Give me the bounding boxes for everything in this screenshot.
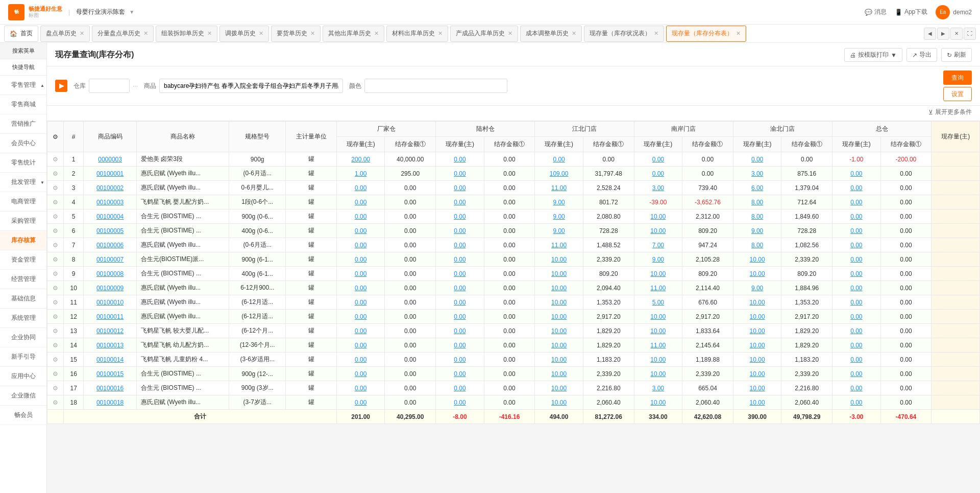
row-lucun-qty[interactable]: 0.00 (436, 353, 484, 367)
row-zongc-qty[interactable]: 0.00 (832, 238, 881, 252)
sidebar-item-purchase[interactable]: 采购管理 (0, 212, 46, 231)
row-yubei-qty[interactable]: 10.00 (733, 267, 781, 281)
sidebar-item-retail-stats[interactable]: 零售统计 (0, 153, 46, 173)
row-changj-qty[interactable]: 0.00 (336, 353, 385, 367)
row-gear[interactable]: ⚙ (47, 381, 64, 395)
row-gear[interactable]: ⚙ (47, 252, 64, 267)
tab-close-icon[interactable]: ✕ (374, 30, 379, 37)
tab-cost-adjust[interactable]: 成本调整单历史 ✕ (520, 26, 582, 42)
row-jiangbei-qty[interactable]: 9.00 (535, 209, 583, 224)
row-code[interactable]: 00100006 (84, 238, 137, 252)
sidebar-item-retail-mgmt[interactable]: 零售管理 (0, 76, 46, 95)
row-changj-qty[interactable]: 0.00 (336, 252, 385, 267)
row-changj-qty[interactable]: 0.00 (336, 381, 385, 395)
row-code[interactable]: 00100002 (84, 181, 137, 195)
sidebar-item-retail-mall[interactable]: 零售商城 (0, 95, 46, 114)
tab-stock-history[interactable]: 盘点单历史 ✕ (40, 26, 90, 42)
settings-btn[interactable]: 设置 (943, 87, 972, 101)
row-code[interactable]: 00100008 (84, 267, 137, 281)
row-nanan-qty[interactable]: 10.00 (634, 267, 682, 281)
sidebar-item-guide[interactable]: 新手引导 (0, 347, 46, 367)
row-code[interactable]: 00100018 (84, 395, 137, 410)
row-zongc-qty[interactable]: 0.00 (832, 252, 881, 267)
row-zongc-qty[interactable]: 0.00 (832, 324, 881, 338)
row-changj-qty[interactable]: 0.00 (336, 281, 385, 295)
row-code[interactable]: 00100001 (84, 167, 137, 181)
nav-expand-btn[interactable]: ⛶ (964, 28, 976, 40)
row-yubei-qty[interactable]: 10.00 (733, 338, 781, 353)
sidebar-item-member2[interactable]: 畅会员 (0, 406, 46, 425)
row-gear[interactable]: ⚙ (47, 167, 64, 181)
row-code[interactable]: 00100003 (84, 195, 137, 209)
row-lucun-qty[interactable]: 0.00 (436, 367, 484, 381)
row-changj-qty[interactable]: 0.00 (336, 267, 385, 281)
warehouse-input[interactable] (89, 79, 130, 93)
app-download-btn[interactable]: 📱 App下载 (895, 8, 927, 16)
row-code[interactable]: 00100009 (84, 281, 137, 295)
tab-close-icon[interactable]: ✕ (572, 30, 576, 37)
row-zongc-qty[interactable]: 0.00 (832, 295, 881, 310)
row-jiangbei-qty[interactable]: 11.00 (535, 181, 583, 195)
tab-close-icon[interactable]: ✕ (508, 30, 512, 37)
row-changj-qty[interactable]: 1.00 (336, 167, 385, 181)
row-yubei-qty[interactable]: 8.00 (733, 195, 781, 209)
row-changj-qty[interactable]: 0.00 (336, 395, 385, 410)
row-code[interactable]: 00100005 (84, 224, 137, 238)
row-gear[interactable]: ⚙ (47, 324, 64, 338)
row-nanan-qty[interactable]: 9.00 (634, 252, 682, 267)
sidebar-item-finance[interactable]: 资金管理 (0, 250, 46, 270)
sidebar-item-inventory[interactable]: 库存核算 (0, 231, 46, 250)
row-nanan-qty[interactable]: 10.00 (634, 224, 682, 238)
sidebar-item-system[interactable]: 系统管理 (0, 309, 46, 328)
row-gear[interactable]: ⚙ (47, 267, 64, 281)
search-btn[interactable]: 查询 (943, 71, 972, 85)
row-zongc-qty[interactable]: 0.00 (832, 353, 881, 367)
row-gear[interactable]: ⚙ (47, 367, 64, 381)
sidebar-item-nav[interactable]: 快捷导航 (0, 59, 46, 76)
row-gear[interactable]: ⚙ (47, 338, 64, 353)
row-yubei-qty[interactable]: 10.00 (733, 252, 781, 267)
row-lucun-qty[interactable]: 0.00 (436, 209, 484, 224)
selector-arrow[interactable]: ▼ (129, 9, 134, 15)
row-yubei-qty[interactable]: 10.00 (733, 367, 781, 381)
tab-transfer[interactable]: 调拨单历史 ✕ (219, 26, 269, 42)
row-yubei-qty[interactable]: 10.00 (733, 295, 781, 310)
row-code[interactable]: 00100016 (84, 381, 137, 395)
tab-close-icon[interactable]: ✕ (143, 30, 148, 37)
row-jiangbei-qty[interactable]: 10.00 (535, 381, 583, 395)
row-yubei-qty[interactable]: 9.00 (733, 224, 781, 238)
row-code[interactable]: 00100007 (84, 252, 137, 267)
row-code[interactable]: 00100010 (84, 295, 137, 310)
row-code[interactable]: 00100012 (84, 324, 137, 338)
row-lucun-qty[interactable]: 0.00 (436, 381, 484, 395)
row-changj-qty[interactable]: 0.00 (336, 195, 385, 209)
row-changj-qty[interactable]: 0.00 (336, 181, 385, 195)
row-jiangbei-qty[interactable]: 9.00 (535, 195, 583, 209)
row-jiangbei-qty[interactable]: 10.00 (535, 395, 583, 410)
row-zongc-qty[interactable]: 0.00 (832, 310, 881, 324)
row-jiangbei-qty[interactable]: 10.00 (535, 267, 583, 281)
row-lucun-qty[interactable]: 0.00 (436, 238, 484, 252)
row-lucun-qty[interactable]: 0.00 (436, 181, 484, 195)
tab-assemble[interactable]: 组装拆卸单历史 ✕ (156, 26, 217, 42)
row-yubei-qty[interactable]: 9.00 (733, 281, 781, 295)
row-code[interactable]: 0000003 (84, 152, 137, 167)
row-gear[interactable]: ⚙ (47, 353, 64, 367)
row-nanan-qty[interactable]: 11.00 (634, 338, 682, 353)
row-changj-qty[interactable]: 200.00 (336, 152, 385, 167)
row-lucun-qty[interactable]: 0.00 (436, 195, 484, 209)
row-gear[interactable]: ⚙ (47, 395, 64, 410)
row-lucun-qty[interactable]: 0.00 (436, 167, 484, 181)
row-gear[interactable]: ⚙ (47, 209, 64, 224)
row-lucun-qty[interactable]: 0.00 (436, 152, 484, 167)
tab-requisition[interactable]: 要货单历史 ✕ (271, 26, 321, 42)
refresh-btn[interactable]: ↻ 刷新 (941, 48, 972, 62)
tab-close-icon[interactable]: ✕ (207, 30, 212, 37)
tab-close-icon[interactable]: ✕ (736, 30, 741, 37)
row-nanan-qty[interactable]: 0.00 (634, 167, 682, 181)
row-nanan-qty[interactable]: 0.00 (634, 152, 682, 167)
row-nanan-qty[interactable]: 10.00 (634, 209, 682, 224)
row-lucun-qty[interactable]: 0.00 (436, 324, 484, 338)
sidebar-item-operation[interactable]: 经营管理 (0, 270, 46, 289)
row-jiangbei-qty[interactable]: 10.00 (535, 367, 583, 381)
